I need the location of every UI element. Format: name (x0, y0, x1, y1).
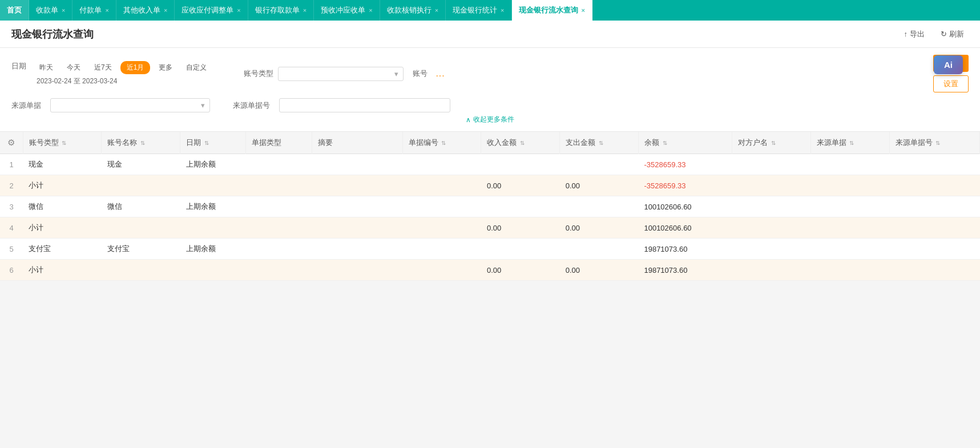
table-cell (732, 239, 811, 260)
date-7days[interactable]: 近7天 (89, 61, 117, 74)
export-button[interactable]: ↑ 导出 (900, 27, 930, 42)
table-cell: 100102606.60 (638, 217, 732, 239)
source-doc-select[interactable]: ▾ (50, 98, 210, 112)
th-summary: 摘要 (312, 132, 402, 154)
table-row: 4小计0.000.00100102606.60 (0, 217, 980, 239)
sort-source-doc-no-icon[interactable]: ⇅ (935, 140, 940, 146)
date-yesterday[interactable]: 昨天 (34, 61, 58, 74)
table-cell (810, 175, 889, 196)
nav-bank-deposit[interactable]: 银行存取款单 × (248, 0, 314, 21)
sort-doc-no-icon[interactable]: ⇅ (441, 140, 446, 146)
nav-close-shoukuan[interactable]: × (62, 7, 65, 14)
table-cell (889, 217, 979, 239)
table-cell (402, 239, 481, 260)
sort-balance-icon[interactable]: ⇅ (663, 140, 667, 146)
nav-close-other-income[interactable]: × (164, 7, 167, 14)
th-counterparty: 对方户名 ⇅ (732, 132, 811, 154)
table-cell: 上期余额 (180, 196, 246, 217)
th-doc-type: 单据类型 (245, 132, 312, 154)
nav-cash-stats[interactable]: 现金银行统计 × (446, 0, 511, 21)
date-today[interactable]: 今天 (62, 61, 86, 74)
source-doc-no-input[interactable] (279, 98, 450, 112)
sort-expense-icon[interactable]: ⇅ (599, 140, 603, 146)
table-cell (481, 239, 560, 260)
nav-close-adjustment[interactable]: × (237, 7, 240, 14)
date-custom[interactable]: 自定义 (181, 61, 212, 74)
table-cell: 100102606.60 (638, 196, 732, 217)
table-cell (180, 260, 246, 281)
nav-close-fukuan[interactable]: × (105, 7, 108, 14)
settings-button[interactable]: 设置 (933, 75, 969, 92)
filter-row-2: 来源单据 ▾ 来源单据号 (11, 98, 969, 112)
table-cell (732, 196, 811, 217)
table-cell (732, 217, 811, 239)
collapse-button[interactable]: ∧ 收起更多条件 (466, 115, 514, 124)
table-cell: 1 (0, 154, 23, 175)
table-cell (245, 260, 312, 281)
nav-close-prepay[interactable]: × (369, 7, 372, 14)
date-options: 昨天 今天 近7天 近1月 更多 自定义 (34, 61, 212, 74)
refresh-button[interactable]: ↻ 刷新 (936, 27, 969, 42)
th-settings[interactable]: ⚙ (0, 132, 23, 154)
nav-close-verify[interactable]: × (435, 7, 438, 14)
table-cell: 小计 (23, 175, 102, 196)
ai-button[interactable]: Ai (934, 55, 963, 74)
table-row: 2小计0.000.00-3528659.33 (0, 175, 980, 196)
page-title: 现金银行流水查询 (11, 27, 94, 41)
date-more[interactable]: 更多 (154, 61, 178, 74)
nav-close-cash-flow[interactable]: × (582, 7, 585, 14)
th-expense: 支出金额 ⇅ (560, 132, 639, 154)
table-cell (245, 154, 312, 175)
nav-other-income[interactable]: 其他收入单 × (116, 0, 175, 21)
table-cell (560, 239, 639, 260)
th-account-type: 账号类型 ⇅ (23, 132, 102, 154)
refresh-icon: ↻ (941, 30, 947, 38)
table-cell (810, 217, 889, 239)
table-cell (180, 175, 246, 196)
nav-prepay[interactable]: 预收冲应收单 × (314, 0, 380, 21)
table-cell (402, 260, 481, 281)
source-doc-no-label: 来源单据号 (233, 100, 270, 111)
nav-home[interactable]: 首页 (0, 0, 29, 21)
nav-close-bank-deposit[interactable]: × (303, 7, 306, 14)
table-cell (810, 196, 889, 217)
table-cell: 小计 (23, 217, 102, 239)
table-settings-icon[interactable]: ⚙ (7, 138, 15, 147)
date-1month[interactable]: 近1月 (120, 61, 151, 74)
table-cell (560, 154, 639, 175)
sort-income-icon[interactable]: ⇅ (520, 140, 525, 146)
collapse-icon: ∧ (466, 116, 471, 124)
filter-area: 日期 昨天 今天 近7天 近1月 更多 自定义 2023-02-24 至 202… (0, 48, 980, 132)
nav-close-cash-stats[interactable]: × (501, 7, 504, 14)
table-cell (560, 196, 639, 217)
sort-counterparty-icon[interactable]: ⇅ (771, 140, 776, 146)
table-cell (481, 154, 560, 175)
table-cell (732, 260, 811, 281)
sort-date-icon[interactable]: ⇅ (204, 140, 209, 146)
table-cell: 19871073.60 (638, 239, 732, 260)
table-row: 5支付宝支付宝上期余额19871073.60 (0, 239, 980, 260)
table-cell: 0.00 (560, 175, 639, 196)
nav-verify[interactable]: 收款核销执行 × (380, 0, 446, 21)
table-cell (402, 175, 481, 196)
table-cell: 支付宝 (23, 239, 102, 260)
account-type-chevron: ▾ (394, 70, 398, 78)
nav-shoukuan[interactable]: 收款单 × (29, 0, 72, 21)
table-header-row: ⚙ 账号类型 ⇅ 账号名称 ⇅ 日期 ⇅ 单据类型 摘要 (0, 132, 980, 154)
table-cell: 19871073.60 (638, 260, 732, 281)
table-cell: -3528659.33 (638, 175, 732, 196)
date-range-display: 2023-02-24 至 2023-03-24 (37, 76, 212, 86)
nav-cash-flow[interactable]: 现金银行流水查询 × (512, 0, 592, 21)
account-dots-button[interactable]: ... (435, 68, 445, 79)
table-cell (481, 196, 560, 217)
nav-adjustment[interactable]: 应收应付调整单 × (175, 0, 248, 21)
nav-fukuan[interactable]: 付款单 × (72, 0, 116, 21)
table-cell (889, 196, 979, 217)
table-cell (402, 217, 481, 239)
sort-account-type-icon[interactable]: ⇅ (62, 140, 66, 146)
table-cell (810, 239, 889, 260)
account-type-select[interactable]: ▾ (278, 67, 404, 81)
sort-account-name-icon[interactable]: ⇅ (140, 140, 145, 146)
table-cell: 3 (0, 196, 23, 217)
sort-source-doc-icon[interactable]: ⇅ (849, 140, 854, 146)
